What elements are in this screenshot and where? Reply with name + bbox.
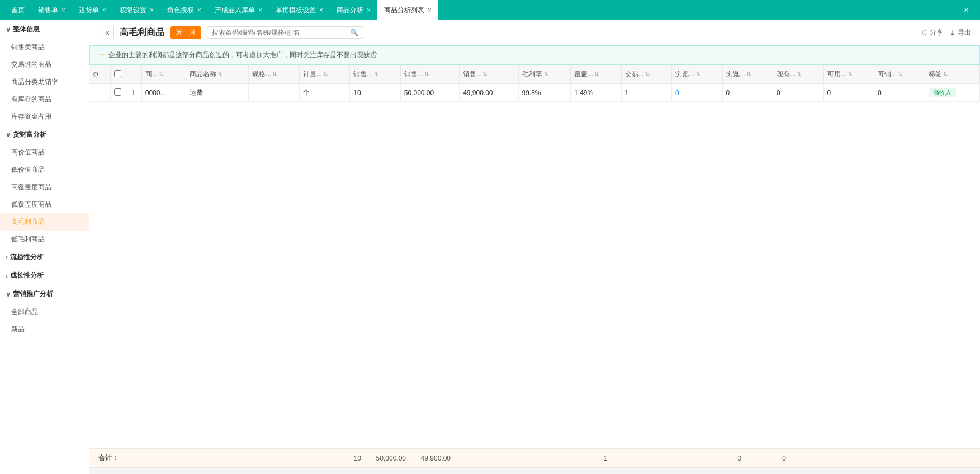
col-gross-rate[interactable]: 毛利率⇅: [518, 65, 571, 84]
nav-template-settings-close[interactable]: ×: [319, 6, 323, 14]
row-name[interactable]: 运费: [186, 84, 249, 102]
nav-product-analysis-list[interactable]: 商品分析列表 ×: [377, 0, 438, 20]
row-coverage: 1.49%: [571, 84, 621, 102]
total-spacer3: [610, 454, 655, 462]
arrow-icon-trend: ›: [6, 254, 8, 261]
table-header-row: ⚙ 商...⇅ 商品名称⇅ 规格...⇅ 计量...⇅ 销售...⇅ 销售...…: [89, 65, 980, 84]
arrow-icon-growth: ›: [6, 272, 8, 280]
sidebar-item-in-stock-goods[interactable]: 有库存的商品: [0, 91, 89, 108]
sidebar-group-marketing[interactable]: ∨ 营销推广分析: [0, 285, 89, 303]
browse1-link[interactable]: 0: [675, 89, 679, 97]
row-code[interactable]: 0000...: [141, 84, 186, 102]
sort-icon-unit: ⇅: [323, 71, 328, 77]
select-all-checkbox[interactable]: [114, 70, 121, 77]
sidebar-item-new-goods[interactable]: 新品: [0, 321, 89, 338]
col-sales-cost[interactable]: 销售...⇅: [460, 65, 518, 84]
sidebar-item-high-coverage[interactable]: 高覆盖度商品: [0, 179, 89, 196]
sort-icon-saleable: ⇅: [898, 71, 902, 77]
col-available[interactable]: 可用...⇅: [823, 65, 874, 84]
nav-role-auth[interactable]: 角色授权 ×: [160, 0, 208, 20]
nav-product-inbound[interactable]: 产成品入库单 ×: [208, 0, 269, 20]
nav-purchase-order-close[interactable]: ×: [102, 6, 106, 14]
alert-icon: ☆: [99, 51, 105, 59]
nav-product-analysis[interactable]: 商品分析 ×: [330, 0, 377, 20]
sidebar-item-low-coverage[interactable]: 低覆盖度商品: [0, 196, 89, 213]
col-transaction[interactable]: 交易...⇅: [621, 65, 671, 84]
sidebar-group-trend[interactable]: › 流趋性分析: [0, 248, 89, 266]
total-transaction: 1: [566, 454, 610, 462]
nav-role-auth-close[interactable]: ×: [197, 6, 201, 14]
share-button[interactable]: ⬡ 分享: [922, 28, 943, 37]
sidebar-group-overall[interactable]: ∨ 整体信息: [0, 20, 89, 39]
sidebar-item-high-margin[interactable]: 高毛利商品: [0, 213, 89, 231]
row-checkbox-cell[interactable]: [110, 84, 125, 102]
nav-product-analysis-close[interactable]: ×: [367, 6, 371, 14]
search-box[interactable]: 🔍: [207, 26, 363, 39]
total-sales-qty: 10: [320, 454, 364, 462]
sidebar-group-growth[interactable]: › 成长性分析: [0, 266, 89, 285]
top-navigation: 首页 销售单 × 进货单 × 权限设置 × 角色授权 × 产成品入库单 × 单据…: [0, 0, 980, 20]
sort-icon-stock-qty: ⇅: [797, 71, 801, 77]
sidebar-collapse-button[interactable]: «: [101, 26, 114, 39]
row-browse2: 0: [722, 84, 773, 102]
search-input[interactable]: [212, 29, 350, 36]
col-spec[interactable]: 规格...⇅: [249, 65, 299, 84]
filter-period-button[interactable]: 近一月: [170, 26, 201, 39]
sort-icon-sales-cost: ⇅: [483, 71, 487, 77]
nav-permission-settings[interactable]: 权限设置 ×: [113, 0, 160, 20]
arrow-icon-marketing: ∨: [6, 290, 11, 298]
col-code[interactable]: 商...⇅: [141, 65, 186, 84]
sort-icon-transaction: ⇅: [645, 71, 650, 77]
col-sales-amount[interactable]: 销售...⇅: [400, 65, 459, 84]
sidebar-item-low-margin[interactable]: 低毛利商品: [0, 231, 89, 248]
col-unit[interactable]: 计量...⇅: [299, 65, 349, 84]
nav-template-settings[interactable]: 单据模板设置 ×: [269, 0, 330, 20]
col-name[interactable]: 商品名称⇅: [186, 65, 249, 84]
content-area: « 高毛利商品 近一月 🔍 ⬡ 分享 ⤓ 导出 ☆ 企业的主要的利润都是这部: [89, 20, 980, 474]
row-tag: 高收入: [925, 84, 979, 102]
sidebar-item-low-value[interactable]: 低价值商品: [0, 161, 89, 179]
row-available: 0: [823, 84, 874, 102]
sidebar-item-high-value[interactable]: 高价值商品: [0, 144, 89, 161]
col-saleable[interactable]: 可销...⇅: [874, 65, 925, 84]
export-button[interactable]: ⤓ 导出: [950, 28, 971, 37]
nav-sales-order-close[interactable]: ×: [61, 6, 65, 14]
col-tag[interactable]: 标签⇅: [925, 65, 979, 84]
search-icon[interactable]: 🔍: [350, 29, 358, 36]
sidebar-group-wealth[interactable]: ∨ 货财富分析: [0, 125, 89, 144]
arrow-icon-overall: ∨: [6, 26, 11, 34]
horizontal-scrollbar[interactable]: [89, 467, 980, 474]
sidebar-item-traded-goods[interactable]: 交易过的商品: [0, 56, 89, 73]
nav-product-inbound-close[interactable]: ×: [258, 6, 262, 14]
col-sales-qty[interactable]: 销售...⇅: [350, 65, 400, 84]
nav-purchase-order[interactable]: 进货单 ×: [72, 0, 113, 20]
header-actions: ⬡ 分享 ⤓ 导出: [922, 28, 971, 37]
row-checkbox[interactable]: [114, 88, 121, 96]
col-settings[interactable]: ⚙: [89, 65, 110, 84]
sort-icon-spec: ⇅: [272, 71, 277, 77]
sort-icon-code: ⇅: [159, 71, 163, 77]
row-sales-cost: 49,900.00: [460, 84, 518, 102]
nav-product-analysis-list-close[interactable]: ×: [428, 6, 432, 14]
col-browse2[interactable]: 浏览...⇅: [722, 65, 773, 84]
sidebar-item-sales-goods[interactable]: 销售类商品: [0, 39, 89, 56]
col-stock-qty[interactable]: 现有...⇅: [773, 65, 823, 84]
nav-sales-order[interactable]: 销售单 ×: [31, 0, 72, 20]
sidebar-item-all-goods[interactable]: 全部商品: [0, 303, 89, 321]
row-transaction: 1: [621, 84, 671, 102]
row-stock-qty: 0: [773, 84, 823, 102]
table-wrapper[interactable]: ⚙ 商...⇅ 商品名称⇅ 规格...⇅ 计量...⇅ 销售...⇅ 销售...…: [89, 65, 980, 448]
row-saleable: 0: [874, 84, 925, 102]
sidebar-item-category-sales-rate[interactable]: 商品分类助销率: [0, 73, 89, 91]
row-unit: 个: [299, 84, 349, 102]
col-browse1[interactable]: 浏览...⇅: [672, 65, 722, 84]
nav-permission-settings-close[interactable]: ×: [150, 6, 154, 14]
sidebar-item-stock-capital[interactable]: 库存资金占用: [0, 108, 89, 125]
content-header: « 高毛利商品 近一月 🔍 ⬡ 分享 ⤓ 导出: [89, 20, 980, 45]
total-values: 10 50,000.00 49,900.00 1 0 0: [130, 454, 789, 462]
row-browse1[interactable]: 0: [672, 84, 722, 102]
window-close-button[interactable]: ×: [957, 5, 976, 15]
col-coverage[interactable]: 覆盖...⇅: [571, 65, 621, 84]
col-checkbox[interactable]: [110, 65, 125, 84]
nav-home[interactable]: 首页: [4, 0, 31, 20]
